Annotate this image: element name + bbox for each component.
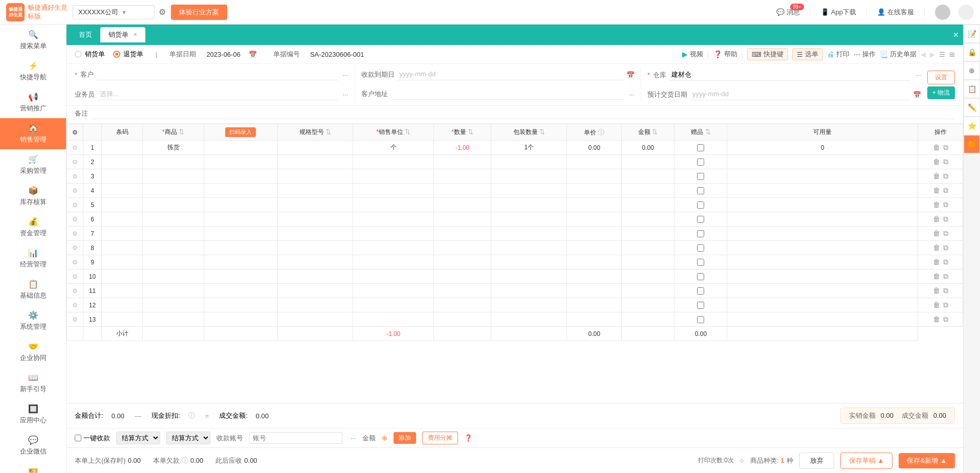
row-spec[interactable]	[277, 155, 353, 169]
row-unit[interactable]	[353, 212, 433, 227]
row-qty[interactable]	[433, 298, 491, 312]
total-owe-help[interactable]: ⓘ	[182, 456, 188, 465]
row-gift[interactable]	[674, 184, 727, 198]
delete-icon[interactable]: 🗑	[933, 229, 940, 238]
row-gear[interactable]: ⚙	[67, 141, 83, 155]
row-product[interactable]	[143, 169, 204, 184]
row-barcode[interactable]	[102, 298, 143, 312]
delete-icon[interactable]: 🗑	[933, 272, 940, 281]
row-spec[interactable]	[277, 312, 353, 327]
row-amount[interactable]	[622, 269, 674, 284]
warehouse-input[interactable]: 建材仓	[669, 69, 910, 81]
add-payment-btn[interactable]: 添加	[394, 432, 416, 444]
row-unit-price[interactable]	[567, 184, 622, 198]
row-amount[interactable]	[622, 169, 674, 184]
copy-icon[interactable]: ⧉	[943, 172, 948, 181]
sidebar-item-finance[interactable]: 💰 资金管理	[0, 212, 66, 243]
row-barcode[interactable]	[102, 269, 143, 284]
row-product[interactable]	[143, 212, 204, 227]
help-btn[interactable]: ❓ 帮助	[713, 50, 737, 59]
radio-return-dot[interactable]	[113, 51, 120, 58]
tab-close-icon[interactable]: ×	[134, 31, 137, 38]
qty-sort-icon[interactable]: ⇅	[468, 128, 473, 136]
row-product[interactable]	[143, 198, 204, 212]
logistics-button[interactable]: + 物流	[927, 86, 955, 99]
row-amount[interactable]	[622, 155, 674, 169]
operate-btn[interactable]: ⋯ 操作	[854, 50, 876, 59]
right-float-add[interactable]: ⊕	[964, 61, 980, 80]
save-new-chevron[interactable]: ▲	[940, 457, 947, 464]
row-pack-qty[interactable]	[491, 212, 567, 227]
row-spec[interactable]	[277, 227, 353, 241]
row-unit[interactable]	[353, 241, 433, 255]
row-unit-price[interactable]	[567, 298, 622, 312]
right-float-pen[interactable]: ✏️	[964, 98, 980, 117]
tab-home[interactable]: 首页	[71, 27, 100, 42]
company-selector[interactable]: XXXXXX公司 ▼	[73, 5, 155, 19]
scan-btn[interactable]: 扫码录入	[225, 127, 256, 137]
row-qty[interactable]	[433, 169, 491, 184]
row-amount[interactable]	[622, 241, 674, 255]
right-float-lock[interactable]: 🔒	[964, 43, 980, 61]
row-product[interactable]	[143, 312, 204, 327]
row-gear[interactable]: ⚙	[67, 284, 83, 298]
online-service-btn[interactable]: 👤 在线客服	[877, 8, 914, 17]
row-pack-qty[interactable]	[491, 169, 567, 184]
delete-icon[interactable]: 🗑	[933, 286, 940, 295]
tab-bar-close-icon[interactable]: ✕	[953, 31, 959, 39]
bank-account-input[interactable]	[249, 432, 342, 444]
row-qty[interactable]	[433, 227, 491, 241]
row-amount[interactable]	[622, 184, 674, 198]
row-gear[interactable]: ⚙	[67, 269, 83, 284]
payment-help-icon[interactable]: ❓	[464, 434, 472, 442]
product-sort-icon[interactable]: ⇅	[179, 128, 184, 136]
sidebar-item-member[interactable]: 🎫 畅会员	[0, 461, 66, 473]
delete-icon[interactable]: 🗑	[933, 186, 940, 195]
row-amount[interactable]	[622, 227, 674, 241]
row-gear[interactable]: ⚙	[67, 212, 83, 227]
row-pack-qty[interactable]: 1个	[491, 141, 567, 155]
sidebar-item-quick-nav[interactable]: ⚡ 快捷导航	[0, 56, 66, 87]
settings-icon[interactable]: ⚙	[159, 7, 166, 17]
th-scan[interactable]: 扫码录入	[204, 124, 278, 141]
row-gear[interactable]: ⚙	[67, 184, 83, 198]
copy-icon[interactable]: ⧉	[943, 143, 948, 152]
row-spec[interactable]	[277, 169, 353, 184]
row-qty[interactable]: -1.00	[433, 141, 491, 155]
row-gear[interactable]: ⚙	[67, 241, 83, 255]
sidebar-item-operation[interactable]: 📊 经营管理	[0, 243, 66, 274]
row-barcode[interactable]	[102, 198, 143, 212]
row-amount[interactable]: 0.00	[622, 141, 674, 155]
row-gift[interactable]	[674, 212, 727, 227]
row-unit[interactable]	[353, 298, 433, 312]
row-amount[interactable]	[622, 298, 674, 312]
row-unit-price[interactable]	[567, 212, 622, 227]
row-product[interactable]	[143, 184, 204, 198]
row-unit-price[interactable]	[567, 155, 622, 169]
delivery-date-cal-icon[interactable]: 📅	[913, 91, 921, 99]
row-unit-price[interactable]	[567, 255, 622, 269]
copy-icon[interactable]: ⧉	[943, 215, 948, 223]
row-unit-price[interactable]	[567, 312, 622, 327]
delete-icon[interactable]: 🗑	[933, 315, 940, 324]
row-unit-price[interactable]	[567, 241, 622, 255]
row-barcode[interactable]	[102, 141, 143, 155]
customer-input[interactable]	[97, 69, 338, 80]
delete-icon[interactable]: 🗑	[933, 258, 940, 266]
row-barcode[interactable]	[102, 212, 143, 227]
row-unit[interactable]	[353, 169, 433, 184]
experience-btn[interactable]: 体验行业方案	[171, 5, 227, 20]
row-amount[interactable]	[622, 198, 674, 212]
row-qty[interactable]	[433, 184, 491, 198]
unit-sort-icon[interactable]: ⇅	[405, 128, 410, 136]
settlement-select[interactable]: 结算方式	[116, 432, 160, 444]
row-gear[interactable]: ⚙	[67, 169, 83, 184]
sidebar-item-inventory[interactable]: 📦 库存核算	[0, 181, 66, 212]
video-btn[interactable]: ▶ 视频	[682, 50, 703, 59]
row-unit[interactable]: 个	[353, 141, 433, 155]
row-gear[interactable]: ⚙	[67, 155, 83, 169]
copy-icon[interactable]: ⧉	[943, 258, 948, 266]
row-barcode[interactable]	[102, 241, 143, 255]
copy-icon[interactable]: ⧉	[943, 286, 948, 295]
discard-btn[interactable]: 放弃	[799, 453, 834, 469]
